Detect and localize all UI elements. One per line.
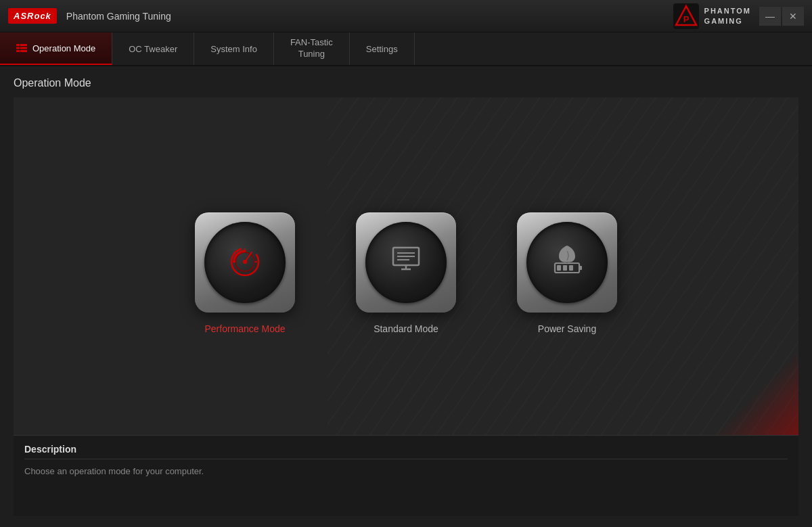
standard-mode-label: Standard Mode — [374, 323, 438, 334]
pg-brand-text: PHANTOM GAMING — [704, 6, 751, 26]
svg-rect-25 — [563, 265, 567, 271]
main-content: Operation Mode — [0, 66, 812, 527]
tab-settings[interactable]: Settings — [350, 32, 415, 65]
leaf-battery-icon — [549, 242, 585, 283]
modes-row: Performance Mode — [14, 97, 798, 435]
tab-system-info-label: System Info — [210, 44, 257, 54]
tab-operation-mode-label: Operation Mode — [32, 43, 95, 53]
phantom-gaming-icon: P — [673, 3, 699, 29]
svg-text:P: P — [683, 14, 689, 24]
tab-settings-label: Settings — [366, 44, 398, 54]
svg-rect-5 — [16, 50, 20, 52]
asrock-logo: ASRock — [8, 8, 57, 24]
tab-fan-tastic-label: FAN-TasticTuning — [290, 37, 333, 60]
standard-mode-item[interactable]: Standard Mode — [356, 212, 456, 334]
svg-rect-24 — [557, 265, 561, 271]
svg-rect-4 — [16, 47, 20, 49]
speedometer-icon — [227, 242, 263, 283]
description-title: Description — [24, 444, 788, 459]
title-bar: ASRock Phantom Gaming Tuning P PHANTOM G… — [0, 0, 812, 32]
power-saving-mode-label: Power Saving — [538, 323, 596, 334]
logo-area: ASRock Phantom Gaming Tuning — [8, 8, 171, 24]
section-title: Operation Mode — [14, 77, 798, 89]
power-saving-mode-inner — [526, 222, 608, 303]
svg-rect-7 — [20, 47, 27, 49]
description-text: Choose an operation mode for your comput… — [24, 466, 788, 476]
svg-rect-23 — [579, 266, 582, 270]
tab-operation-mode[interactable]: Operation Mode — [0, 32, 112, 65]
svg-rect-26 — [569, 265, 573, 271]
monitor-icon — [389, 242, 423, 283]
svg-point-15 — [243, 260, 247, 264]
phantom-gaming-logo: P PHANTOM GAMING — [673, 3, 751, 29]
operation-mode-tab-icon — [16, 44, 27, 52]
mode-panel: Performance Mode — [14, 97, 798, 435]
performance-mode-inner — [204, 222, 286, 303]
app-title: Phantom Gaming Tuning — [66, 11, 171, 22]
tab-fan-tastic[interactable]: FAN-TasticTuning — [274, 32, 350, 65]
svg-rect-6 — [20, 44, 27, 46]
power-saving-mode-item[interactable]: Power Saving — [517, 212, 617, 334]
description-panel: Description Choose an operation mode for… — [14, 435, 798, 516]
tab-oc-tweaker[interactable]: OC Tweaker — [112, 32, 194, 65]
performance-mode-label: Performance Mode — [204, 323, 285, 334]
tab-system-info[interactable]: System Info — [194, 32, 274, 65]
svg-rect-3 — [16, 44, 20, 46]
performance-mode-item[interactable]: Performance Mode — [195, 212, 295, 334]
tab-bar: Operation Mode OC Tweaker System Info FA… — [0, 32, 812, 66]
window-controls: — ✕ — [759, 7, 804, 26]
tab-oc-tweaker-label: OC Tweaker — [129, 44, 177, 54]
power-saving-mode-card — [517, 212, 617, 313]
standard-mode-card — [356, 212, 456, 313]
minimize-button[interactable]: — — [759, 7, 781, 26]
close-button[interactable]: ✕ — [782, 7, 804, 26]
svg-rect-8 — [20, 50, 27, 52]
standard-mode-inner — [365, 222, 447, 303]
performance-mode-card — [195, 212, 295, 313]
